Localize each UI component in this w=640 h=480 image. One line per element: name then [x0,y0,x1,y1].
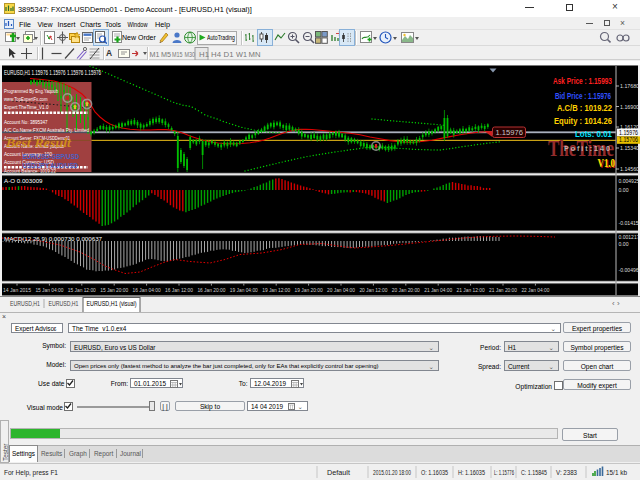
svg-text:15/1 kb: 15/1 kb [606,469,627,476]
svg-text:C: 1.15845: C: 1.15845 [521,469,547,476]
svg-text:AutoTrading: AutoTrading [207,34,235,42]
svg-text:A-O 0.003009: A-O 0.003009 [4,177,43,184]
svg-text:15 Jan 12:00: 15 Jan 12:00 [68,287,96,293]
svg-text:H4: H4 [211,51,221,58]
svg-text:www.TopExpertFx.com: www.TopExpertFx.com [3,96,47,102]
svg-text:15 Jan 20:00: 15 Jan 20:00 [100,287,128,293]
svg-text:M1: M1 [150,51,160,58]
svg-text:21 Jan 04:00: 21 Jan 04:00 [424,287,452,293]
svg-text:1.14560: 1.14560 [620,165,639,172]
svg-text:1.16900: 1.16900 [620,103,639,110]
svg-text:EUR/USD-GBP/USD: EUR/USD-GBP/USD [23,152,80,161]
svg-text:Best Result: Best Result [5,135,72,150]
svg-text:21 Jan 20:00: 21 Jan 20:00 [489,287,517,293]
svg-text:View: View [38,20,54,29]
svg-text:15 Jan 04:00: 15 Jan 04:00 [35,287,63,293]
svg-text:O: 1.16035: O: 1.16035 [421,469,448,476]
svg-text:20 Jan 20:00: 20 Jan 20:00 [392,287,420,293]
svg-text:19 Jan 20:00: 19 Jan 20:00 [295,287,323,293]
svg-text:A.C/B : 1019.22: A.C/B : 1019.22 [557,103,612,113]
svg-text:File: File [19,20,31,29]
svg-text:0.00: 0.00 [619,240,629,247]
svg-text:Charts: Charts [80,20,101,29]
svg-text:For Help, press F1: For Help, press F1 [4,469,58,477]
svg-text:Expert:TheTime_V1.0: Expert:TheTime_V1.0 [4,104,49,110]
svg-text:USD/JPY AUD/USD: USD/JPY AUD/USD [23,161,79,170]
svg-text:MN: MN [249,51,261,58]
svg-text:Default: Default [327,469,350,476]
svg-text:M30: M30 [185,51,196,58]
svg-text:14 Jan 2015: 14 Jan 2015 [3,287,31,293]
svg-text:1.17680: 1.17680 [620,82,639,89]
svg-text:W1: W1 [236,51,247,58]
svg-text:Account No: 3895347: Account No: 3895347 [4,119,48,125]
svg-text:EURUSD,H1: EURUSD,H1 [49,300,79,307]
svg-text:Window: Window [128,20,149,29]
svg-text:0.004925: 0.004925 [619,177,640,184]
svg-text:M15: M15 [172,51,183,58]
svg-text:P o f i t : 1 4 0: P o f i t : 1 4 0 [564,144,610,153]
svg-text:16 Jan 12:00: 16 Jan 12:00 [165,287,193,293]
svg-text:19 Jan 04:00: 19 Jan 04:00 [230,287,258,293]
svg-text:EURUSD,H1 1.15976 1.15976 1.1: EURUSD,H1 1.15976 1.15976 1.15976 1.1597… [4,69,101,76]
svg-text:A/C Co.Name:FXCM Australia Pty: A/C Co.Name:FXCM Australia Pty. Limited [4,127,89,133]
svg-text:M5: M5 [161,51,171,58]
svg-text:1.15976: 1.15976 [496,128,523,137]
svg-text:0.00: 0.00 [619,186,629,193]
svg-text:16 Jan 20:00: 16 Jan 20:00 [197,287,225,293]
svg-text:V: 2383: V: 2383 [556,469,577,476]
svg-text:20 Jan 04:00: 20 Jan 04:00 [327,287,355,293]
svg-text:D1: D1 [224,51,234,58]
svg-text:Insert: Insert [58,20,76,29]
svg-text:Help: Help [155,20,170,29]
svg-text:MACD(12,26,9) 0.000730 0.00063: MACD(12,26,9) 0.000730 0.000637 [4,235,103,242]
svg-text:Tester: Tester [2,443,9,461]
svg-text:Equity : 1014.26: Equity : 1014.26 [554,116,612,126]
svg-text:H: 1.16035: H: 1.16035 [458,469,485,476]
svg-text:16 Jan 04:00: 16 Jan 04:00 [133,287,161,293]
svg-text:21 Jan 12:00: 21 Jan 12:00 [457,287,485,293]
svg-text:EURUSD,H1 (visual): EURUSD,H1 (visual) [87,300,137,308]
svg-text:20 Jan 12:00: 20 Jan 12:00 [359,287,387,293]
svg-text:2015.01.20 18:00: 2015.01.20 18:00 [373,469,411,476]
svg-text:L: 1.15776: L: 1.15776 [494,469,514,476]
svg-text:22 Jan 04:00: 22 Jan 04:00 [521,287,549,293]
svg-text:-0.004967: -0.004967 [619,266,640,273]
svg-text:Tools: Tools [105,20,121,29]
svg-text:Ask Price : 1.15993: Ask Price : 1.15993 [553,76,612,86]
svg-text:Bid Price : 1.15976: Bid Price : 1.15976 [555,91,611,101]
svg-text:1.15706: 1.15706 [619,136,638,143]
svg-text:1.15976: 1.15976 [619,129,638,136]
svg-text:Programmed By Eng.Yaqoub: Programmed By Eng.Yaqoub [4,88,58,94]
svg-text:V1.0: V1.0 [598,156,616,170]
svg-text:H1: H1 [199,51,209,58]
svg-text:-0.014157: -0.014157 [619,219,640,226]
svg-text:1.15340: 1.15340 [620,144,639,151]
svg-text:EURUSD,H1: EURUSD,H1 [10,300,40,307]
svg-text:‹ ›: ‹ › [612,299,620,308]
svg-text:19 Jan 12:00: 19 Jan 12:00 [262,287,290,293]
